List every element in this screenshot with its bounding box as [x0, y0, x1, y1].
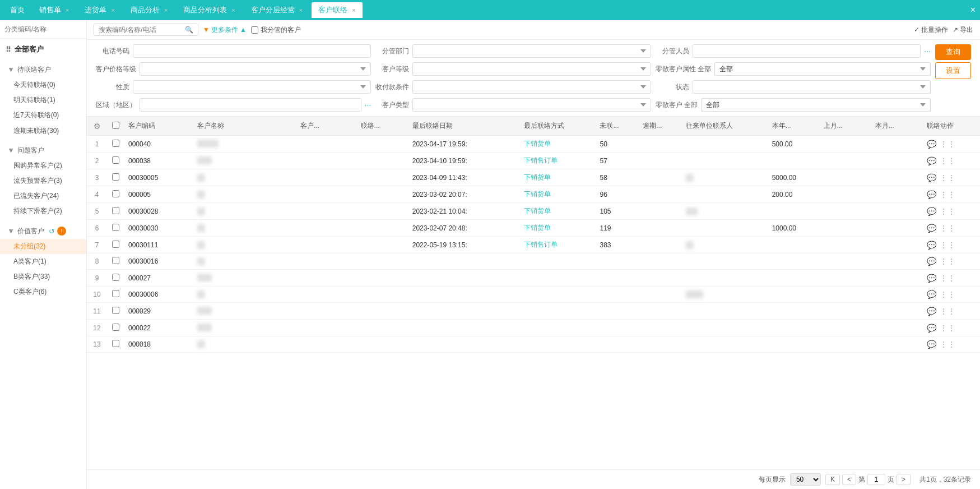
contact-action-icon[interactable]: 💬	[927, 324, 936, 333]
col-header-relate[interactable]: 往来单位联系人	[681, 117, 768, 136]
more-action-icon[interactable]: ⋮⋮	[940, 274, 955, 283]
col-header-overdue[interactable]: 逾期...	[638, 117, 681, 136]
row-checkbox[interactable]	[112, 257, 119, 264]
row-checkbox[interactable]	[112, 307, 119, 314]
close-tab-tier[interactable]: ×	[299, 7, 303, 13]
close-tab-purchase[interactable]: ×	[111, 7, 114, 13]
tab-product-analysis-list[interactable]: 商品分析列表 ×	[177, 2, 241, 18]
more-action-icon[interactable]: ⋮⋮	[940, 140, 955, 149]
sidebar-item-overdue[interactable]: 逾期未联络(30)	[0, 123, 86, 139]
more-action-icon[interactable]: ⋮⋮	[940, 224, 955, 233]
pending-contact-group[interactable]: ▶ 待联络客户	[0, 62, 86, 77]
more-action-icon[interactable]: ⋮⋮	[940, 257, 955, 266]
first-page-btn[interactable]: K	[825, 474, 840, 485]
sidebar-item-7days[interactable]: 近7天待联络(0)	[0, 108, 86, 123]
row-checkbox[interactable]	[112, 241, 119, 248]
contact-action-icon[interactable]: 💬	[927, 224, 936, 233]
more-action-icon[interactable]: ⋮⋮	[940, 324, 955, 333]
row-checkbox[interactable]	[112, 290, 119, 297]
query-button[interactable]: 查询	[935, 44, 971, 60]
filter-person-more[interactable]: ···	[924, 47, 931, 56]
more-action-icon[interactable]: ⋮⋮	[940, 340, 955, 349]
tab-product-analysis[interactable]: 商品分析 ×	[124, 2, 174, 18]
gear-icon[interactable]: ⚙	[94, 122, 101, 131]
contact-action-icon[interactable]: 💬	[927, 241, 936, 250]
tab-sales-order[interactable]: 销售单 ×	[32, 2, 76, 18]
search-input[interactable]	[99, 26, 183, 34]
sidebar-item-class-b[interactable]: B类客户(33)	[0, 269, 86, 284]
contact-action-icon[interactable]: 💬	[927, 173, 936, 182]
contact-action-icon[interactable]: 💬	[927, 257, 936, 266]
close-all-icon[interactable]: ×	[970, 5, 976, 15]
filter-payment-select[interactable]	[412, 80, 651, 94]
search-icon[interactable]: 🔍	[185, 26, 193, 34]
col-header-thisyear[interactable]: 本年...	[768, 117, 819, 136]
last-way-link[interactable]: 下销货单	[524, 140, 551, 147]
filter-region-input[interactable]	[140, 98, 361, 112]
select-all-checkbox[interactable]	[112, 122, 119, 129]
col-header-thismonth[interactable]: 本月...	[871, 117, 922, 136]
tab-purchase-order[interactable]: 进货单 ×	[78, 2, 121, 18]
more-action-icon[interactable]: ⋮⋮	[940, 190, 955, 199]
row-checkbox[interactable]	[112, 340, 119, 347]
filter-retail-attr-select[interactable]: 全部	[714, 62, 931, 76]
close-tab-product-analysis[interactable]: ×	[164, 7, 168, 13]
filter-nature-select[interactable]	[133, 80, 371, 94]
row-checkbox[interactable]	[112, 156, 119, 164]
col-header-lastdate[interactable]: 最后联络日期	[408, 117, 520, 136]
col-header-contact[interactable]: 联络...	[356, 117, 408, 136]
col-header-code[interactable]: 客户编码	[124, 117, 193, 136]
row-checkbox[interactable]	[112, 274, 119, 281]
filter-phone-input[interactable]	[133, 44, 371, 58]
page-size-select[interactable]: 50 10 20 100	[790, 473, 821, 486]
contact-action-icon[interactable]: 💬	[927, 207, 936, 216]
problem-customers-group[interactable]: ▶ 问题客户	[0, 143, 86, 158]
my-customers-checkbox[interactable]	[251, 26, 258, 34]
filter-region-more[interactable]: ···	[365, 100, 371, 109]
more-action-icon[interactable]: ⋮⋮	[940, 156, 955, 165]
last-way-link[interactable]: 下销货单	[524, 190, 551, 198]
close-tab-contact[interactable]: ×	[352, 7, 355, 13]
next-page-btn[interactable]: >	[897, 474, 911, 485]
tab-customer-contact[interactable]: 客户联络 ×	[312, 2, 362, 18]
sidebar-item-class-c[interactable]: C类客户(6)	[0, 284, 86, 299]
last-way-link[interactable]: 下销售订单	[524, 156, 558, 164]
refresh-icon[interactable]: ↺	[49, 227, 55, 236]
row-checkbox[interactable]	[112, 224, 119, 231]
sidebar-item-churned[interactable]: 已流失客户(24)	[0, 188, 86, 204]
contact-action-icon[interactable]: 💬	[927, 190, 936, 199]
row-checkbox[interactable]	[112, 190, 119, 197]
more-conditions-btn[interactable]: ▼ 更多条件 ▲	[203, 25, 247, 35]
more-action-icon[interactable]: ⋮⋮	[940, 307, 955, 316]
contact-action-icon[interactable]: 💬	[927, 156, 936, 165]
contact-action-icon[interactable]: 💬	[927, 274, 936, 283]
filter-customer-level-select[interactable]	[412, 62, 651, 76]
sidebar-item-class-a[interactable]: A类客户(1)	[0, 254, 86, 269]
export-btn[interactable]: ↗ 导出	[953, 25, 973, 35]
sidebar-item-ungrouped[interactable]: 未分组(32)	[0, 239, 86, 254]
row-checkbox[interactable]	[112, 140, 119, 147]
col-header-lastmonth[interactable]: 上月...	[819, 117, 871, 136]
close-tab-product-list[interactable]: ×	[231, 7, 235, 13]
sidebar-item-tomorrow[interactable]: 明天待联络(1)	[0, 93, 86, 108]
prev-page-btn[interactable]: <	[842, 474, 856, 485]
last-way-link[interactable]: 下销货单	[524, 207, 551, 215]
value-customers-group[interactable]: ▶ 价值客户 ↺ !	[0, 224, 86, 239]
col-header-type[interactable]: 客户...	[296, 117, 356, 136]
sidebar-item-churn-warning[interactable]: 流失预警客户(3)	[0, 173, 86, 188]
contact-action-icon[interactable]: 💬	[927, 340, 936, 349]
contact-action-icon[interactable]: 💬	[927, 307, 936, 316]
page-number-input[interactable]	[867, 474, 885, 485]
contact-action-icon[interactable]: 💬	[927, 290, 936, 299]
reset-button[interactable]: 设置	[935, 62, 971, 79]
filter-status-select[interactable]	[693, 80, 931, 94]
more-action-icon[interactable]: ⋮⋮	[940, 207, 955, 216]
filter-retail-select[interactable]: 全部	[701, 98, 931, 112]
filter-price-level-select[interactable]	[140, 62, 371, 76]
contact-action-icon[interactable]: 💬	[927, 140, 936, 149]
more-action-icon[interactable]: ⋮⋮	[940, 173, 955, 182]
sidebar-item-abnormal[interactable]: 囤购异常客户(2)	[0, 158, 86, 173]
more-action-icon[interactable]: ⋮⋮	[940, 290, 955, 299]
row-checkbox[interactable]	[112, 207, 119, 214]
filter-dept-select[interactable]	[412, 44, 651, 58]
